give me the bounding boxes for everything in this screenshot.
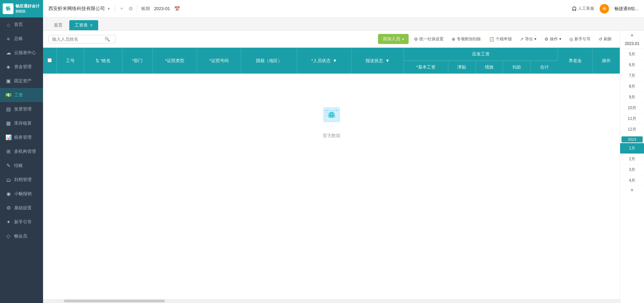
th-actions: 操作 [593,48,620,74]
social-settings-label: 统一社保设置 [419,36,444,42]
social-icon: ⚙ [414,37,418,42]
th-total: 合计 [531,61,558,74]
company-settings-button[interactable]: ⚙ [128,6,133,12]
service-button[interactable]: 🎧 人工客服 [572,6,594,11]
export-label: 导出 [525,36,533,42]
sidebar-item-label: 小畅报销 [14,191,32,197]
sidebar-item-label: 结账 [14,163,23,169]
personal-tax-button[interactable]: 📋 个税申报 [486,35,515,43]
tax-report-icon: 📋 [489,37,494,42]
sidebar-item-fixed-assets[interactable]: ▣ 固定资产 [0,74,43,88]
date-month-11[interactable]: 11月 [620,114,644,124]
salary-icon: 💵 [5,92,11,98]
refresh-button[interactable]: ↺ 刷新 [596,35,614,43]
sidebar-item-expense[interactable]: ◉ 小畅报销 [0,187,43,201]
social-settings-button[interactable]: ⚙ 统一社保设置 [411,35,446,43]
app-title: 畅应通好会计 [15,4,40,9]
special-deduction-button[interactable]: ⊕ 专项附加扣除 [449,35,484,43]
tab-salary[interactable]: 工资表 ✕ [69,20,98,30]
date-nav-down[interactable]: ▼ [620,186,644,194]
ledger-icon: ≡ [5,36,11,42]
status-filter-icon[interactable]: ▼ [333,58,337,63]
th-checkbox[interactable] [43,48,56,74]
date-month-2[interactable]: 2月 [620,154,644,165]
date-month-3[interactable]: 3月 [620,165,644,175]
sidebar-item-salary[interactable]: 💵 工资 [0,88,43,102]
select-all-checkbox[interactable] [47,58,52,62]
sidebar-item-inventory[interactable]: ▦ 库存核算 [0,116,43,130]
search-box[interactable]: 🔍 [48,35,116,43]
add-person-button[interactable]: 添加人员 ▾ [378,34,409,44]
empty-state: 暂无数据 [43,74,620,166]
sidebar-item-label: 云报表中心 [14,50,36,56]
th-name[interactable]: ⇅ *姓名 [84,48,122,74]
sidebar-item-invoice[interactable]: ▤ 发票管理 [0,102,43,116]
sidebar-item-fund[interactable]: ◈ 资金管理 [0,60,43,74]
report-filter-icon[interactable]: ▼ [385,58,390,63]
operations-chevron-icon: ▾ [559,37,561,41]
th-id-no: *证照号码 [197,48,241,74]
table-container: 工号 ⇅ *姓名 *部门 *证照类型 *证照号码 国籍（地区） *人员状态 ▼ [43,48,620,299]
th-performance: 绩效 [476,61,503,74]
sidebar-item-cloud-report[interactable]: ☁ 云报表中心 [0,46,43,60]
sidebar-item-ledger[interactable]: ≡ 总账 [0,32,43,46]
home-icon: ⌂ [5,22,11,28]
sidebar-item-guide[interactable]: ✦ 新手引导 [0,215,43,229]
horizontal-scrollbar[interactable] [43,299,620,303]
period-value: 2023-01 [154,6,170,11]
calendar-icon[interactable]: 📅 [174,6,180,11]
refresh-icon: ↺ [599,37,602,42]
th-allowance: 津贴 [448,61,476,74]
assets-icon: ▣ [5,78,11,84]
tab-close-icon[interactable]: ✕ [90,23,93,28]
app-subtitle: 旗舰版 [15,9,40,14]
sidebar-item-settlement[interactable]: ✎ 结账 [0,159,43,173]
date-month-4[interactable]: 4月 [620,175,644,186]
logo-icon: 畅 [3,3,13,14]
operations-button[interactable]: ⚙ 操作 ▾ [542,35,564,43]
th-basic-salary: *基本工资 [404,61,448,74]
tab-home[interactable]: 首页 [48,20,68,30]
sidebar-item-home[interactable]: ⌂ 首页 [0,17,43,32]
sidebar-item-label: 基础设置 [14,205,32,211]
search-input[interactable] [52,37,103,42]
new-guide-button[interactable]: ◎ 新手引导 [567,35,593,43]
sidebar-item-label: 库存核算 [14,120,32,126]
svg-point-8 [332,115,334,116]
toolbar: 🔍 添加人员 ▾ ⚙ 统一社保设置 ⊕ 专项附加扣除 [43,31,620,48]
sidebar-item-settings[interactable]: ⚙ 基础设置 [0,201,43,215]
date-month-7[interactable]: 7月 [620,71,644,81]
date-month-9[interactable]: 9月 [620,92,644,103]
table-header-group: 工号 ⇅ *姓名 *部门 *证照类型 *证照号码 国籍（地区） *人员状态 ▼ [43,48,620,61]
new-guide-label: 新手引导 [574,36,591,42]
app-logo: 畅 畅应通好会计 旗舰版 [0,0,43,17]
sidebar-item-multi-org[interactable]: ⊞ 多机构管理 [0,144,43,159]
guide-icon: ✦ [5,219,11,225]
settings-icon: ⚙ [5,205,11,211]
date-month-8[interactable]: 8月 [620,81,644,92]
export-button[interactable]: ↗ 导出 ▾ [517,35,539,43]
member-icon: ◇ [5,233,11,239]
date-month-12[interactable]: 12月 [620,124,644,135]
sidebar-item-member[interactable]: ◇ 畅会员 [0,229,43,243]
svg-rect-5 [328,113,335,118]
headset-icon: 🎧 [572,6,577,11]
personal-tax-label: 个税申报 [496,36,512,42]
tax-icon: 📊 [5,134,11,140]
th-deduction: 扣款 [503,61,531,74]
scroll-thumb[interactable] [64,300,165,302]
chevron-down-icon: ▼ [107,7,111,11]
add-company-button[interactable]: ＋ [119,5,124,12]
special-deduction-label: 专项附加扣除 [457,36,481,42]
date-nav-up[interactable]: ▲ [620,31,644,39]
multi-org-icon: ⊞ [5,148,11,155]
sidebar-item-tax[interactable]: 📊 税务管理 [0,130,43,144]
date-month-6[interactable]: 6月 [620,60,644,71]
empty-icon [318,100,345,127]
th-id-type: *证照类型 [152,48,197,74]
date-month-1[interactable]: 1月 [620,143,644,154]
date-month-10[interactable]: 10月 [620,103,644,114]
sidebar-item-archive[interactable]: 🗂 归档管理 [0,173,43,187]
company-selector[interactable]: 西安虾米网络科技有限公司 ▼ [48,6,111,12]
date-month-5[interactable]: 5月 [620,49,644,60]
